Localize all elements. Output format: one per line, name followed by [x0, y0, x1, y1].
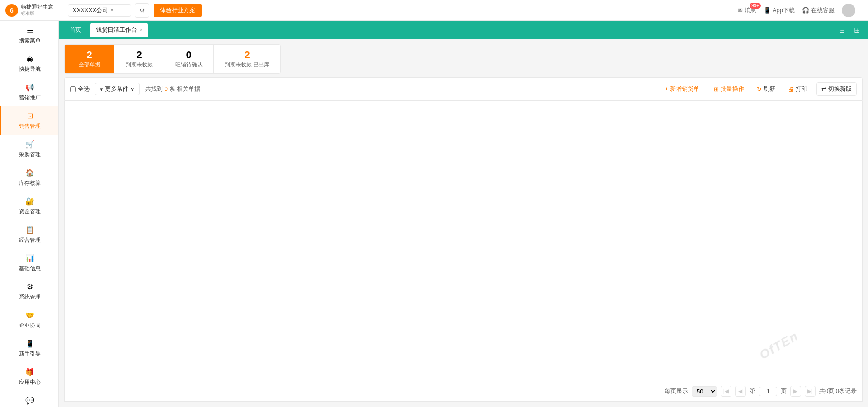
stat-tab-overdue[interactable]: 2 到期未收款	[114, 45, 164, 73]
sidebar-label-nav: 快捷导航	[19, 65, 41, 73]
sidebar-item-guide[interactable]: 📱 新手引导	[0, 334, 58, 362]
online-service-button[interactable]: 🎧 在线客服	[802, 6, 835, 14]
table-area	[64, 101, 863, 381]
stat-count-overdue: 2	[125, 49, 153, 61]
settings-button[interactable]: ⚙	[135, 3, 149, 18]
tab-expand-button[interactable]: ⊞	[851, 25, 863, 35]
sidebar-item-inventory[interactable]: 🏠 库存核算	[0, 163, 58, 192]
filter-icon: ▾	[100, 86, 103, 93]
sidebar-label-purchase: 采购管理	[19, 151, 41, 159]
tab-minimize-button[interactable]: ⊟	[836, 25, 848, 35]
batch-op-label: 批量操作	[721, 85, 744, 93]
main-content: 2 全部单据 2 到期未收款 0 旺铺待确认 2 到期未收款 已出库	[59, 39, 868, 407]
sidebar-label-finance: 资金管理	[19, 208, 41, 215]
result-count: 0	[165, 85, 168, 92]
sidebar-item-app-center[interactable]: 🎁 应用中心	[0, 362, 58, 391]
app-download-label: App下载	[773, 6, 795, 14]
sidebar-item-operation[interactable]: 📋 经营管理	[0, 220, 58, 248]
tab-work-bench[interactable]: 钱货日清工作台 ×	[90, 23, 148, 37]
stat-tab-pending[interactable]: 0 旺铺待确认	[164, 45, 214, 73]
sidebar-item-enterprise-wx[interactable]: 💬 企业微信	[0, 391, 58, 407]
headset-icon: 🎧	[802, 7, 809, 14]
logo-text-area: 畅捷通好生意 标准版	[21, 4, 53, 17]
basic-info-icon: 📊	[25, 253, 35, 263]
more-conditions-button[interactable]: ▾ 更多条件 ∨	[95, 83, 140, 95]
enterprise-wx-icon: 💬	[25, 395, 35, 405]
sidebar-label-marketing: 营销推广	[19, 94, 41, 102]
sidebar-item-basic-info[interactable]: 📊 基础信息	[0, 248, 58, 277]
sidebar-label-sales: 销售管理	[19, 122, 41, 130]
header-right: ✉ 消息 99+ 📱 App下载 🎧 在线客服	[738, 4, 863, 17]
sidebar-item-sales[interactable]: ⊡ 销售管理	[0, 106, 58, 135]
result-suffix: 相关单据	[177, 85, 200, 92]
switch-new-button[interactable]: ⇄ 切换新版	[816, 82, 857, 96]
result-text: 共找到 0 条 相关单据	[145, 85, 200, 93]
tab-work-bench-label: 钱货日清工作台	[96, 26, 137, 34]
chevron-icon: ∨	[130, 86, 135, 93]
select-all-input[interactable]	[70, 86, 76, 92]
logo-text: 畅捷通好生意	[21, 4, 53, 11]
system-icon: ⚙	[25, 281, 35, 291]
sidebar-item-marketing[interactable]: 📢 营销推广	[0, 78, 58, 106]
switch-icon: ⇄	[821, 86, 826, 93]
result-unit: 条	[169, 85, 175, 92]
stat-count-all: 2	[75, 49, 103, 61]
stat-count-pending: 0	[175, 49, 203, 61]
next-page-button[interactable]: ▶	[790, 386, 801, 397]
last-page-button[interactable]: ▶|	[805, 386, 816, 397]
tab-close-icon[interactable]: ×	[140, 27, 142, 33]
quick-nav-icon: ◉	[25, 54, 35, 64]
print-icon: 🖨	[788, 86, 794, 93]
sidebar-label-basic: 基础信息	[19, 265, 41, 272]
select-all-checkbox[interactable]: 全选	[70, 85, 90, 93]
sales-icon: ⊡	[25, 111, 35, 121]
message-badge: 99+	[750, 3, 761, 9]
content-area: 首页 钱货日清工作台 × ⊟ ⊞ 2 全部单据 2 到期未收款	[59, 21, 868, 407]
prev-page-button[interactable]: ◀	[735, 386, 746, 397]
logo-badge: 标准版	[21, 10, 53, 17]
page-input[interactable]	[759, 387, 777, 396]
enterprise-icon: 🤝	[25, 310, 35, 320]
tab-home-label: 首页	[70, 26, 81, 34]
sidebar-item-search-menu[interactable]: ☰ 搜索菜单	[0, 21, 58, 49]
sidebar-item-purchase[interactable]: 🛒 采购管理	[0, 135, 58, 163]
finance-icon: 🔐	[25, 196, 35, 206]
batch-operation-button[interactable]: ⊞ 批量操作	[710, 83, 748, 95]
stat-tab-shipped[interactable]: 2 到期未收款 已出库	[214, 45, 280, 73]
stat-label-pending: 旺铺待确认	[175, 61, 203, 69]
trial-button[interactable]: 体验行业方案	[154, 4, 202, 17]
sidebar-item-finance[interactable]: 🔐 资金管理	[0, 192, 58, 220]
app-download-button[interactable]: 📱 App下载	[764, 6, 795, 14]
message-button[interactable]: ✉ 消息 99+	[738, 6, 756, 14]
stat-tab-all[interactable]: 2 全部单据	[65, 45, 114, 73]
online-service-label: 在线客服	[811, 6, 835, 14]
avatar[interactable]	[842, 4, 855, 17]
company-selector[interactable]: XXXXXX公司 ▾	[68, 4, 131, 17]
per-page-select[interactable]: 50 20 100	[692, 386, 717, 397]
filter-bar: 全选 ▾ 更多条件 ∨ 共找到 0 条 相关单据 + 新增销货单 ⊞	[64, 77, 863, 101]
search-menu-icon: ☰	[25, 25, 35, 35]
sidebar-item-enterprise[interactable]: 🤝 企业协同	[0, 305, 58, 334]
main-layout: ☰ 搜索菜单 ◉ 快捷导航 📢 营销推广 ⊡ 销售管理 🛒 采购管理 🏠 库存核…	[0, 21, 868, 407]
refresh-button[interactable]: ↻ 刷新	[753, 83, 779, 95]
stats-tabs: 2 全部单据 2 到期未收款 0 旺铺待确认 2 到期未收款 已出库	[64, 44, 281, 74]
message-icon: ✉	[738, 7, 743, 14]
tab-home[interactable]: 首页	[64, 23, 87, 37]
purchase-icon: 🛒	[25, 139, 35, 149]
app-center-icon: 🎁	[25, 367, 35, 377]
pagination: 每页显示 50 20 100 |◀ ◀ 第 页 ▶ ▶| 共0页,0条记录	[64, 381, 863, 402]
print-button[interactable]: 🖨 打印	[784, 83, 811, 95]
tab-actions: ⊟ ⊞	[836, 25, 863, 35]
refresh-icon: ↻	[757, 86, 762, 93]
first-page-button[interactable]: |◀	[721, 386, 731, 397]
tab-bar: 首页 钱货日清工作台 × ⊟ ⊞	[59, 21, 868, 39]
sidebar-item-quick-nav[interactable]: ◉ 快捷导航	[0, 49, 58, 78]
sidebar-label-guide: 新手引导	[19, 350, 41, 358]
logo-icon: 6	[5, 4, 18, 17]
per-page-label: 每页显示	[665, 387, 688, 395]
new-sales-order-button[interactable]: + 新增销货单	[660, 83, 705, 95]
phone-icon: 📱	[764, 7, 771, 14]
sidebar: ☰ 搜索菜单 ◉ 快捷导航 📢 营销推广 ⊡ 销售管理 🛒 采购管理 🏠 库存核…	[0, 21, 59, 407]
sidebar-item-system[interactable]: ⚙ 系统管理	[0, 277, 58, 305]
sidebar-label-app: 应用中心	[19, 379, 41, 386]
